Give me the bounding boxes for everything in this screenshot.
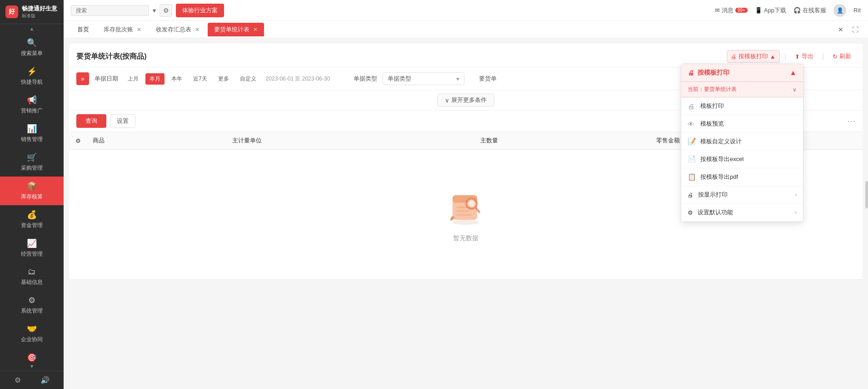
order-goods-label: 要货单 [479,75,497,82]
top-header: ▾ ⚙ 体验行业方案 ✉ 消息 99+ 📱 App下载 🎧 在线客服 👤 Rit [64,0,868,21]
empty-icon [443,186,489,227]
scroll-up-arrow[interactable]: ▲ [0,24,64,33]
svg-point-7 [468,200,475,207]
settings-btn[interactable]: 设置 [110,114,135,128]
sidebar-item-finance[interactable]: 💰 资金管理 [0,205,64,234]
date-btn-prev-month[interactable]: 上月 [124,73,143,85]
print-template-preview-item[interactable]: 👁 模板预览 [681,115,803,133]
print-label: 按模板打印 [738,52,768,61]
trial-btn[interactable]: 体验行业方案 [176,4,224,17]
sidebar-item-sales[interactable]: 📊 销售管理 [0,119,64,148]
order-type-dropdown[interactable]: 单据类型 ▾ [383,72,464,85]
search-input[interactable] [71,5,149,16]
footer-audio-icon[interactable]: 🔊 [40,376,50,384]
window-close-btn[interactable]: ✕ [835,24,846,35]
display-print-left: 🖨 按显示打印 [688,191,728,199]
sidebar-item-guide[interactable]: 🎯 新手引导 [0,348,64,362]
sidebar-item-inventory[interactable]: 📦 库存核算 [0,177,64,205]
user-avatar[interactable]: 👤 [833,4,846,17]
app-version: 标准版 [22,13,57,19]
scroll-down-arrow[interactable]: ▼ [0,362,64,371]
tab-home[interactable]: 首页 [71,23,95,36]
header-dropdown-arrow[interactable]: ▾ [153,7,156,14]
order-type-arrow: ▾ [456,76,459,82]
tab-order-stats-close[interactable]: ✕ [253,26,258,33]
export-icon: ⬆ [795,53,800,60]
refresh-btn[interactable]: ↻ 刷新 [828,50,855,63]
header-settings-btn[interactable]: ⚙ [160,4,172,17]
date-btn-current-year[interactable]: 本年 [167,73,186,85]
current-template-label: 当前：要货单统计表 [688,86,737,93]
tab-collection-summary-close[interactable]: ✕ [195,26,200,33]
footer-settings-icon[interactable]: ⚙ [15,376,21,384]
display-print-icon: 🖨 [688,192,693,198]
refresh-icon: ↻ [833,53,838,60]
date-options: 上月 本月 本年 近7天 更多 自定义 [124,73,260,85]
print-dropdown-current[interactable]: 当前：要货单统计表 ∨ [681,82,803,97]
window-max-btn[interactable]: ⛶ [850,24,861,35]
print-display-print-item[interactable]: 🖨 按显示打印 › [681,186,803,204]
current-template-arrow: ∨ [793,86,797,93]
set-default-icon: ⚙ [688,209,693,216]
more-options-btn[interactable]: ⋯ [847,116,855,126]
print-set-default-item[interactable]: ⚙ 设置默认功能 › [681,204,803,222]
sidebar-item-collab[interactable]: 🤝 企业协同 [0,319,64,348]
template-preview-label: 模板预览 [700,120,724,128]
sidebar-item-operation[interactable]: 📈 经营管理 [0,234,64,263]
template-print-label: 模板打印 [700,102,724,110]
sidebar-label-purchase: 采购管理 [21,164,43,172]
date-btn-custom[interactable]: 自定义 [236,73,260,85]
page-area: 要货单统计表(按商品) 🖨 按模板打印 ▲ | ⬆ 导出 | ↻ [64,38,868,389]
refresh-label: 刷新 [839,52,851,61]
sidebar-item-search[interactable]: 🔍 搜索菜单 [0,33,64,62]
tab-batch-account[interactable]: 库存批次账 ✕ [97,23,148,36]
th-settings-icon: ⚙ [75,137,81,144]
sidebar-item-basic[interactable]: 🗂 基础信息 [0,263,64,291]
main-content: ▾ ⚙ 体验行业方案 ✉ 消息 99+ 📱 App下载 🎧 在线客服 👤 Rit… [64,0,868,389]
sidebar-item-marketing[interactable]: 📢 营销推广 [0,91,64,119]
print-dropdown-arrow: ▲ [770,53,776,60]
sidebar-item-quick-nav[interactable]: ⚡ 快捷导航 [0,62,64,91]
filter-expand-btn[interactable]: » [76,72,89,85]
message-btn[interactable]: ✉ 消息 99+ [715,6,748,15]
export-btn[interactable]: ⬆ 导出 [791,50,818,63]
print-template-pdf-item[interactable]: 📋 按模板导出pdf [681,168,803,186]
template-excel-icon: 📄 [688,155,696,163]
print-template-custom-item[interactable]: 📝 模板自定义设计 [681,133,803,151]
date-btn-more[interactable]: 更多 [214,73,233,85]
tab-order-stats-label: 要货单统计表 [214,25,249,34]
resize-handle[interactable] [865,181,868,208]
print-dropdown-title: 🖨 按模板打印 [688,69,729,77]
query-btn[interactable]: 查询 [76,114,106,128]
print-template-excel-item[interactable]: 📄 按模板导出excel [681,151,803,168]
sidebar-label-operation: 经营管理 [21,250,43,258]
online-service-btn[interactable]: 🎧 在线客服 [793,6,826,15]
date-range-text: 2023-06-01 至 2023-06-30 [266,75,330,83]
expand-more-btn[interactable]: ∨ 展开更多条件 [437,94,494,106]
expand-icon: » [81,75,85,82]
print-dropdown-title-label: 按模板打印 [698,69,729,77]
expand-more-label: 展开更多条件 [451,96,487,104]
date-btn-last-7-days[interactable]: 近7天 [189,73,211,85]
sidebar-label-quick-nav: 快捷导航 [21,78,43,86]
print-dropdown-close-btn[interactable]: ▲ [789,69,797,77]
sidebar-item-system[interactable]: ⚙ 系统管理 [0,291,64,319]
operation-icon: 📈 [27,238,37,248]
template-custom-label: 模板自定义设计 [700,137,742,146]
print-icon: 🖨 [731,53,737,60]
tab-collection-summary[interactable]: 收发存汇总表 ✕ [150,23,206,36]
tab-order-stats[interactable]: 要货单统计表 ✕ [208,23,264,36]
sidebar-item-purchase[interactable]: 🛒 采购管理 [0,148,64,177]
print-template-print-item[interactable]: 🖨 模板打印 [681,97,803,115]
sidebar-label-basic: 基础信息 [21,278,43,286]
th-unit: 主计量单位 [227,132,475,150]
app-name-block: 畅捷通好生意 标准版 [22,5,57,19]
print-btn[interactable]: 🖨 按模板打印 ▲ [727,50,780,63]
display-print-arrow: › [795,192,797,198]
template-pdf-label: 按模板导出pdf [700,173,738,181]
search-nav-icon: 🔍 [27,38,37,48]
date-btn-current-month[interactable]: 本月 [145,73,165,85]
th-settings[interactable]: ⚙ [69,132,87,150]
tab-batch-account-close[interactable]: ✕ [137,26,141,33]
app-download-btn[interactable]: 📱 App下载 [755,6,786,15]
